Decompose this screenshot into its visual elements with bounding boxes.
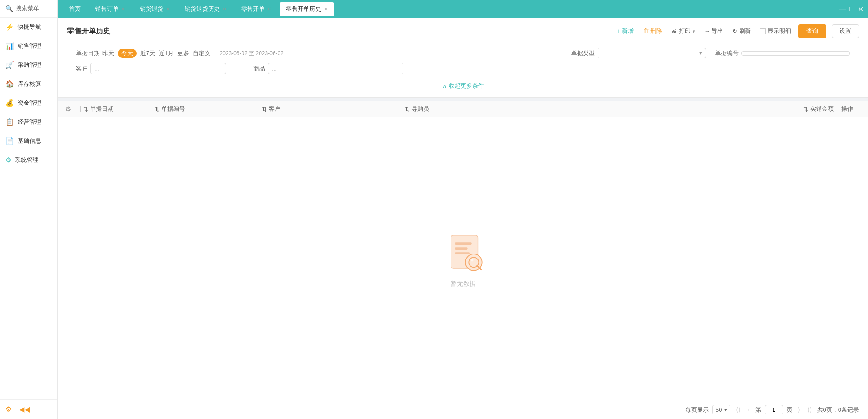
col-guide[interactable]: ⇅ 导购员 (405, 105, 476, 113)
first-page-btn[interactable]: ⟨⟨ (734, 405, 742, 414)
sidebar-item-system-mgmt[interactable]: ⚙ 系统管理 (0, 151, 57, 169)
col-date[interactable]: ⇅ 单据日期 (83, 105, 155, 113)
pagination-total: 共0页，0条记录 (817, 406, 859, 414)
sidebar-search-label: 搜索菜单 (16, 5, 39, 13)
sidebar-item-label: 资金管理 (18, 99, 41, 107)
product-input[interactable]: ... (268, 63, 403, 74)
query-button[interactable]: 查询 (798, 24, 826, 38)
sidebar-item-label: 快捷导航 (18, 23, 41, 31)
empty-text: 暂无数据 (451, 280, 476, 288)
collapse-more-btn[interactable]: ∧ 收起更多条件 (76, 79, 850, 93)
tab-sales-return-history[interactable]: 销货退货历史 ✕ (178, 2, 233, 16)
date-custom[interactable]: 自定义 (193, 49, 210, 57)
sort-icon-order-no: ⇅ (155, 106, 160, 113)
toolbar: + 新增 🗑 删除 🖨 打印 ▾ → 导出 ↻ 刷新 显示明细 查询 设置 (615, 24, 859, 38)
date-shortcuts: 昨天 今天 近7天 近1月 更多 自定义 (102, 49, 210, 58)
tabbar: 首页 销售订单 ✕ 销货退货 ✕ 销货退货历史 ✕ 零售开单 ✕ 零售开单历史 … (58, 0, 868, 18)
sidebar-bottom: ⚙ ◀◀ (0, 399, 57, 419)
filter-order-type: 单据类型 ▾ (571, 48, 706, 58)
svg-rect-3 (455, 252, 470, 254)
sidebar-item-label: 销售管理 (18, 42, 41, 50)
tab-close-sales-return-history[interactable]: ✕ (223, 6, 227, 12)
page-input[interactable] (765, 405, 783, 414)
date-yesterday[interactable]: 昨天 (102, 49, 114, 57)
svg-rect-2 (455, 247, 468, 250)
prev-page-btn[interactable]: ⟨ (746, 405, 752, 414)
refresh-button[interactable]: ↻ 刷新 (730, 26, 753, 36)
tab-close-sales-order[interactable]: ✕ (121, 6, 125, 12)
per-page-select[interactable]: 50 ▾ (712, 405, 730, 414)
setting-button[interactable]: 设置 (832, 24, 859, 38)
sidebar-item-operations[interactable]: 📋 经营管理 (0, 113, 57, 132)
date-more[interactable]: 更多 (177, 49, 189, 57)
empty-state: 暂无数据 (58, 117, 868, 400)
main-area: 首页 销售订单 ✕ 销货退货 ✕ 销货退货历史 ✕ 零售开单 ✕ 零售开单历史 … (58, 0, 868, 419)
close-button[interactable]: ✕ (858, 5, 863, 14)
select-all-checkbox[interactable] (80, 106, 83, 112)
sidebar-item-label: 采购管理 (18, 61, 41, 69)
finance-icon: 💰 (5, 99, 14, 107)
col-customer[interactable]: ⇅ 客户 (262, 105, 405, 113)
sort-icon-guide: ⇅ (405, 106, 410, 113)
sidebar-item-label: 系统管理 (15, 156, 38, 164)
system-mgmt-icon: ⚙ (5, 156, 11, 164)
sort-icon-amount: ⇅ (803, 106, 808, 113)
filter-row-1: 单据日期 昨天 今天 近7天 近1月 更多 自定义 2023-06-02 至 2… (76, 48, 850, 58)
print-button[interactable]: 🖨 打印 ▾ (669, 26, 697, 36)
order-type-arrow-icon: ▾ (699, 50, 702, 56)
settings-icon[interactable]: ⚙ (5, 405, 12, 414)
tab-close-retail-open-history[interactable]: ✕ (324, 6, 328, 12)
tab-close-sales-return[interactable]: ✕ (166, 6, 170, 12)
customer-input[interactable]: ... (90, 63, 226, 74)
date-today[interactable]: 今天 (118, 49, 137, 58)
sidebar-item-basic-info[interactable]: 📄 基础信息 (0, 132, 57, 151)
sidebar-search[interactable]: 🔍 搜索菜单 (0, 0, 57, 18)
inventory-icon: 🏠 (5, 80, 14, 88)
filter-product: 商品 ... (253, 63, 403, 74)
date-label: 单据日期 (76, 49, 100, 57)
col-amount[interactable]: ⇅ 实销金额 (762, 105, 834, 113)
export-button[interactable]: → 导出 (702, 26, 726, 36)
maximize-button[interactable]: □ (849, 5, 854, 13)
tab-retail-open[interactable]: 零售开单 ✕ (235, 2, 278, 16)
sort-icon-date: ⇅ (83, 106, 88, 113)
sidebar-item-sales-mgmt[interactable]: 📊 销售管理 (0, 37, 57, 56)
sidebar-item-quick-nav[interactable]: ⚡ 快捷导航 (0, 18, 57, 37)
order-type-select[interactable]: ▾ (598, 48, 706, 58)
per-page-arrow-icon: ▾ (724, 406, 727, 413)
sidebar-item-label: 经营管理 (18, 118, 41, 126)
last-page-btn[interactable]: ⟩⟩ (806, 405, 814, 414)
per-page-label: 每页显示 (685, 406, 709, 414)
delete-button[interactable]: 🗑 删除 (641, 26, 664, 36)
purchase-mgmt-icon: 🛒 (5, 61, 14, 69)
order-no-input[interactable] (741, 51, 850, 56)
minimize-button[interactable]: — (839, 5, 846, 13)
content-area: 零售开单历史 + 新增 🗑 删除 🖨 打印 ▾ → 导出 ↻ 刷新 显示明细 查… (58, 18, 868, 419)
date-1month[interactable]: 近1月 (159, 49, 174, 57)
add-button[interactable]: + 新增 (615, 26, 636, 36)
sort-icon-customer: ⇅ (262, 106, 267, 113)
tab-retail-open-history[interactable]: 零售开单历史 ✕ (280, 2, 334, 16)
display-detail-button[interactable]: 显示明细 (758, 26, 793, 36)
date-7days[interactable]: 近7天 (140, 49, 155, 57)
page-header: 零售开单历史 + 新增 🗑 删除 🖨 打印 ▾ → 导出 ↻ 刷新 显示明细 查… (58, 18, 868, 98)
tab-sales-order[interactable]: 销售订单 ✕ (89, 2, 132, 16)
product-label: 商品 (253, 65, 265, 73)
sidebar-item-inventory[interactable]: 🏠 库存核算 (0, 75, 57, 94)
sidebar-item-purchase-mgmt[interactable]: 🛒 采购管理 (0, 56, 57, 75)
table-area: ⚙ ⇅ 单据日期 ⇅ 单据编号 ⇅ 客户 ⇅ 导购员 (58, 101, 868, 400)
tab-home[interactable]: 首页 (62, 2, 87, 16)
page-title-row: 零售开单历史 + 新增 🗑 删除 🖨 打印 ▾ → 导出 ↻ 刷新 显示明细 查… (67, 24, 859, 38)
col-settings: ⚙ (65, 105, 83, 113)
display-detail-checkbox (760, 28, 766, 34)
customer-placeholder: ... (95, 65, 222, 72)
sidebar: 🔍 搜索菜单 ⚡ 快捷导航 📊 销售管理 🛒 采购管理 🏠 库存核算 💰 资金管… (0, 0, 58, 419)
col-order-no[interactable]: ⇅ 单据编号 (155, 105, 262, 113)
tab-close-retail-open[interactable]: ✕ (267, 6, 271, 12)
tab-sales-return[interactable]: 销货退货 ✕ (133, 2, 176, 16)
table-settings-icon[interactable]: ⚙ (65, 105, 71, 113)
filter-customer: 客户 ... (76, 63, 226, 74)
sidebar-item-finance[interactable]: 💰 资金管理 (0, 94, 57, 113)
next-page-btn[interactable]: ⟩ (796, 405, 802, 414)
collapse-sidebar-icon[interactable]: ◀◀ (19, 405, 30, 414)
